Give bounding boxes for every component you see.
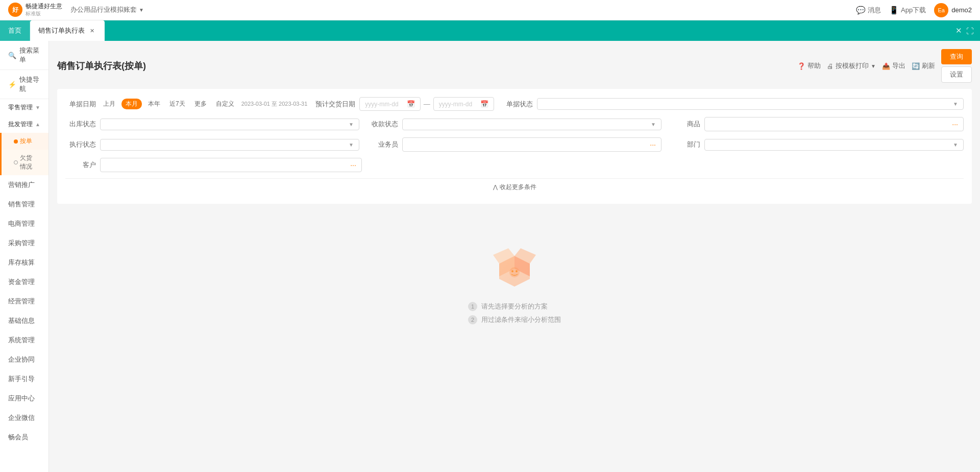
sidebar: 🔍 搜索菜单 ⚡ 快捷导航 零售管理 ▼ 批发管理 ▲ 按单 欠货情况 bbox=[0, 41, 49, 472]
doc-status-dropdown-icon: ▼ bbox=[953, 101, 958, 107]
company-selector[interactable]: 办公用品行业模拟账套 ▼ bbox=[66, 3, 148, 16]
sidebar-item-finance[interactable]: 资金管理 bbox=[0, 272, 48, 292]
company-name: 办公用品行业模拟账套 bbox=[70, 5, 137, 14]
filter-row-3: 执行状态 ▼ 业务员 ··· 部门 bbox=[65, 137, 964, 152]
recv-status-select[interactable]: ▼ bbox=[402, 119, 662, 130]
doc-status-select[interactable]: ▼ bbox=[537, 98, 964, 110]
sidebar-item-purchase[interactable]: 采购管理 bbox=[0, 233, 48, 253]
expected-date-start[interactable]: yyyy-mm-dd 📅 bbox=[359, 97, 421, 111]
inventory-label: 库存核算 bbox=[8, 258, 35, 267]
app-label: App下载 bbox=[901, 6, 926, 15]
purchase-label: 采购管理 bbox=[8, 239, 35, 248]
settings-button[interactable]: 设置 bbox=[941, 66, 972, 83]
date-dash: — bbox=[424, 100, 430, 108]
sidebar-item-appcenter[interactable]: 应用中心 bbox=[0, 389, 48, 408]
customer-ellipsis[interactable]: ··· bbox=[350, 161, 356, 169]
top-bar-left: 好 畅捷通好生意 标准版 办公用品行业模拟账套 ▼ bbox=[8, 3, 148, 17]
salesman-select[interactable]: ··· bbox=[402, 137, 662, 152]
date-tab-custom[interactable]: 自定义 bbox=[213, 99, 237, 109]
top-bar: 好 畅捷通好生意 标准版 办公用品行业模拟账套 ▼ 💬 消息 📱 App下载 E… bbox=[0, 0, 980, 20]
page-content: 销售订单执行表(按单) ❓ 帮助 🖨 按模板打印 ▼ 📤 导出 bbox=[49, 41, 980, 472]
sidebar-group-wholesale[interactable]: 批发管理 ▲ bbox=[0, 116, 48, 133]
avatar: Ea bbox=[934, 3, 948, 17]
message-label: 消息 bbox=[868, 6, 881, 15]
sidebar-item-ecommerce[interactable]: 电商管理 bbox=[0, 214, 48, 233]
operations-label: 经营管理 bbox=[8, 297, 35, 306]
sidebar-item-operations[interactable]: 经营管理 bbox=[0, 292, 48, 311]
goods-select[interactable]: ··· bbox=[704, 117, 964, 131]
step-2-num: 2 bbox=[468, 315, 477, 324]
newbie-label: 新手引导 bbox=[8, 374, 35, 384]
sidebar-item-basic[interactable]: 基础信息 bbox=[0, 311, 48, 331]
sidebar-item-enterprise[interactable]: 企业协同 bbox=[0, 350, 48, 369]
sidebar-item-system[interactable]: 系统管理 bbox=[0, 331, 48, 350]
tab-expand-icon[interactable]: ⛶ bbox=[966, 27, 974, 35]
tab-sales-exec[interactable]: 销售订单执行表 ✕ bbox=[30, 20, 105, 41]
company-dropdown-icon: ▼ bbox=[139, 7, 144, 13]
sidebar-item-wechat[interactable]: 企业微信 bbox=[0, 408, 48, 428]
member-label: 畅会员 bbox=[8, 433, 28, 442]
date-tab-current-year[interactable]: 本年 bbox=[145, 99, 163, 109]
sidebar-item-member[interactable]: 畅会员 bbox=[0, 428, 48, 447]
export-icon: 📤 bbox=[882, 62, 890, 70]
dept-select[interactable]: ▼ bbox=[704, 139, 964, 151]
expected-date-label: 预计交货日期 bbox=[315, 100, 355, 109]
logo-text-area: 畅捷通好生意 标准版 bbox=[26, 3, 62, 17]
customer-label: 客户 bbox=[65, 160, 96, 170]
collapse-btn[interactable]: ⋀ 收起更多条件 bbox=[493, 183, 536, 192]
print-btn[interactable]: 🖨 按模板打印 ▼ bbox=[827, 61, 876, 70]
content-area: 销售订单执行表(按单) ❓ 帮助 🖨 按模板打印 ▼ 📤 导出 bbox=[49, 41, 980, 472]
svg-point-6 bbox=[511, 270, 513, 272]
expected-date-end[interactable]: yyyy-mm-dd 📅 bbox=[433, 97, 495, 111]
filter-salesman: 业务员 ··· bbox=[368, 137, 662, 152]
message-action[interactable]: 💬 消息 bbox=[856, 6, 881, 15]
export-label: 导出 bbox=[892, 61, 905, 70]
sidebar-item-marketing[interactable]: 营销推广 bbox=[0, 175, 48, 195]
step-1-text: 请先选择要分析的方案 bbox=[481, 302, 548, 311]
customer-select[interactable]: ··· bbox=[100, 158, 362, 172]
calendar-start-icon[interactable]: 📅 bbox=[407, 100, 415, 108]
calendar-end-icon[interactable]: 📅 bbox=[480, 100, 488, 108]
exec-status-select[interactable]: ▼ bbox=[100, 139, 359, 151]
sidebar-item-quicknav[interactable]: ⚡ 快捷导航 bbox=[0, 70, 48, 99]
query-button[interactable]: 查询 bbox=[941, 49, 972, 64]
avatar-text: Ea bbox=[938, 7, 945, 13]
date-tab-more[interactable]: 更多 bbox=[191, 99, 210, 109]
sidebar-item-sales[interactable]: 销售管理 bbox=[0, 195, 48, 214]
filter-goods: 商品 ··· bbox=[670, 117, 964, 131]
nav-tabs: 首页 销售订单执行表 ✕ ✕ ⛶ bbox=[0, 20, 980, 41]
tab-home[interactable]: 首页 bbox=[0, 20, 30, 41]
help-btn[interactable]: ❓ 帮助 bbox=[797, 61, 821, 70]
app-download-action[interactable]: 📱 App下载 bbox=[889, 6, 926, 15]
sidebar-item-inventory[interactable]: 库存核算 bbox=[0, 253, 48, 272]
tab-close-all-icon[interactable]: ✕ bbox=[955, 26, 962, 35]
sidebar-group-retail[interactable]: 零售管理 ▼ bbox=[0, 99, 48, 116]
date-tab-current-month[interactable]: 本月 bbox=[121, 99, 142, 109]
user-area[interactable]: Ea demo2 bbox=[934, 3, 972, 17]
tab-close-icon[interactable]: ✕ bbox=[88, 27, 96, 35]
sidebar-item-search[interactable]: 🔍 搜索菜单 bbox=[0, 41, 48, 70]
salesman-ellipsis[interactable]: ··· bbox=[650, 140, 656, 149]
sidebar-sub-arrears[interactable]: 欠货情况 bbox=[2, 150, 48, 175]
collapse-more: ⋀ 收起更多条件 bbox=[65, 178, 964, 196]
user-name: demo2 bbox=[951, 6, 972, 14]
sidebar-item-newbie[interactable]: 新手引导 bbox=[0, 369, 48, 389]
refresh-icon: 🔄 bbox=[912, 62, 920, 70]
date-tab-7days[interactable]: 近7天 bbox=[166, 99, 188, 109]
dept-dropdown-icon: ▼ bbox=[953, 142, 958, 148]
recv-status-label: 收款状态 bbox=[368, 120, 398, 129]
date-tab-prev-month[interactable]: 上月 bbox=[100, 99, 118, 109]
filter-panel: 单据日期 上月 本月 本年 近7天 更多 自定义 2023-03-01 至 20… bbox=[57, 89, 972, 204]
logo-area: 好 畅捷通好生意 标准版 bbox=[8, 3, 62, 17]
sidebar-sub-press-single[interactable]: 按单 bbox=[2, 133, 48, 150]
ship-status-select[interactable]: ▼ bbox=[100, 119, 359, 130]
refresh-btn[interactable]: 🔄 刷新 bbox=[912, 61, 935, 70]
empty-illustration bbox=[489, 241, 540, 292]
finance-label: 资金管理 bbox=[8, 277, 35, 287]
wholesale-label: 批发管理 bbox=[8, 120, 33, 129]
export-btn[interactable]: 📤 导出 bbox=[882, 61, 905, 70]
goods-ellipsis[interactable]: ··· bbox=[952, 120, 958, 128]
sales-label: 销售管理 bbox=[8, 200, 35, 209]
print-dropdown-icon: ▼ bbox=[871, 63, 876, 69]
expected-date-group: yyyy-mm-dd 📅 — yyyy-mm-dd 📅 bbox=[359, 97, 494, 111]
